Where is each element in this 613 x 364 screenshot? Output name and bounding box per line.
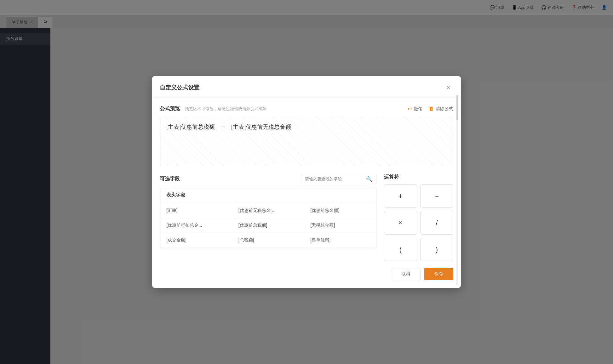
operator-left-paren-button[interactable]: ( xyxy=(384,238,417,261)
field-label: [汇率] xyxy=(166,208,178,213)
operator-multiply-button[interactable]: × xyxy=(384,211,417,235)
field-item-total-tax[interactable]: [优惠前总税额] xyxy=(232,218,304,233)
formula-actions: ↩ 撤销 🗑 清除公式 xyxy=(408,106,453,112)
formula-hint: 预览区不可修改，请通过撤销或清除公式编辑 xyxy=(185,106,267,112)
bottom-section: 可选字段 🔍 表头字段 [汇率] [优惠前无税总金... xyxy=(160,174,453,261)
field-item-notax-total[interactable]: [无税总金额] xyxy=(304,218,376,233)
clear-label: 清除公式 xyxy=(436,106,453,112)
fields-group-header: 表头字段 xyxy=(160,188,376,202)
operator-divide-button[interactable]: / xyxy=(420,211,453,235)
clear-formula-button[interactable]: 🗑 清除公式 xyxy=(429,106,453,112)
field-label: [优惠前总税额] xyxy=(238,223,267,228)
formula-content: [主表]优惠前总税额 － [主表]优惠前无税总金额 xyxy=(166,122,291,131)
field-item-exchange-rate[interactable]: [汇率] xyxy=(160,203,232,218)
modal-footer: 取消 保存 xyxy=(160,261,453,280)
formula-display-area: [主表]优惠前总税额 － [主表]优惠前无税总金额 xyxy=(160,116,453,166)
field-item-pretax-amount[interactable]: [优惠前总金额] xyxy=(304,203,376,218)
formula-part1: [主表]优惠前总税额 xyxy=(166,123,215,131)
operators-grid: + － × / ( ) xyxy=(384,184,453,261)
operator-add-button[interactable]: + xyxy=(384,184,417,208)
formula-operator: － xyxy=(220,122,226,131)
field-search-input[interactable] xyxy=(305,177,364,181)
modal-close-button[interactable]: ✕ xyxy=(443,82,453,93)
operator-right-paren-button[interactable]: ) xyxy=(420,238,453,261)
modal-body: 公式预览 预览区不可修改，请通过撤销或清除公式编辑 ↩ 撤销 🗑 清除公式 xyxy=(152,98,461,288)
undo-button[interactable]: ↩ 撤销 xyxy=(408,106,422,112)
fields-list: 表头字段 [汇率] [优惠前无税总金... [优惠前总金额] [优惠前折扣总金.… xyxy=(160,188,376,249)
modal-title: 自定义公式设置 xyxy=(160,84,199,91)
undo-label: 撤销 xyxy=(414,106,422,112)
field-item-total-tax2[interactable]: [总税额] xyxy=(232,233,304,248)
formula-modal: 自定义公式设置 ✕ 公式预览 预览区不可修改，请通过撤销或清除公式编辑 ↩ 撤销… xyxy=(152,76,461,288)
field-label: [优惠前总金额] xyxy=(310,208,339,213)
fields-panel: 可选字段 🔍 表头字段 [汇率] [优惠前无税总金... xyxy=(160,174,376,261)
save-button[interactable]: 保存 xyxy=(424,268,453,280)
field-item-whole-discount[interactable]: [整单优惠] xyxy=(304,233,376,248)
modal-header: 自定义公式设置 ✕ xyxy=(152,76,461,98)
field-label: [无税总金额] xyxy=(310,223,335,228)
field-item-transaction-amount[interactable]: [成交金额] xyxy=(160,233,232,248)
cancel-button[interactable]: 取消 xyxy=(391,268,421,280)
field-label: [优惠前折扣总金... xyxy=(166,223,202,228)
formula-part2: [主表]优惠前无税总金额 xyxy=(231,123,291,131)
field-label: [整单优惠] xyxy=(310,237,330,242)
fields-header: 可选字段 🔍 xyxy=(160,174,376,184)
formula-preview-label: 公式预览 xyxy=(160,105,180,112)
search-box[interactable]: 🔍 xyxy=(301,174,376,184)
fields-grid: [汇率] [优惠前无税总金... [优惠前总金额] [优惠前折扣总金... [优 xyxy=(160,202,376,249)
field-label: [成交金额] xyxy=(166,237,186,242)
operators-panel: 运算符 + － × / ( ) xyxy=(384,174,453,261)
modal-scrollbar xyxy=(456,95,458,285)
operator-subtract-button[interactable]: － xyxy=(420,184,453,208)
modal-scroll-thumb xyxy=(456,95,458,120)
formula-header: 公式预览 预览区不可修改，请通过撤销或清除公式编辑 ↩ 撤销 🗑 清除公式 xyxy=(160,105,453,112)
field-item-pretax-total[interactable]: [优惠前无税总金... xyxy=(232,203,304,218)
formula-preview-section: 公式预览 预览区不可修改，请通过撤销或清除公式编辑 ↩ 撤销 🗑 清除公式 xyxy=(160,105,453,166)
operators-label: 运算符 xyxy=(384,174,453,180)
fields-label: 可选字段 xyxy=(160,176,180,182)
formula-label-row: 公式预览 预览区不可修改，请通过撤销或清除公式编辑 xyxy=(160,105,267,112)
search-icon: 🔍 xyxy=(366,176,372,182)
clear-icon: 🗑 xyxy=(429,106,434,112)
field-label: [优惠前无税总金... xyxy=(238,208,274,213)
field-label: [总税额] xyxy=(238,237,254,242)
undo-icon: ↩ xyxy=(408,106,412,112)
field-item-discount-total[interactable]: [优惠前折扣总金... xyxy=(160,218,232,233)
